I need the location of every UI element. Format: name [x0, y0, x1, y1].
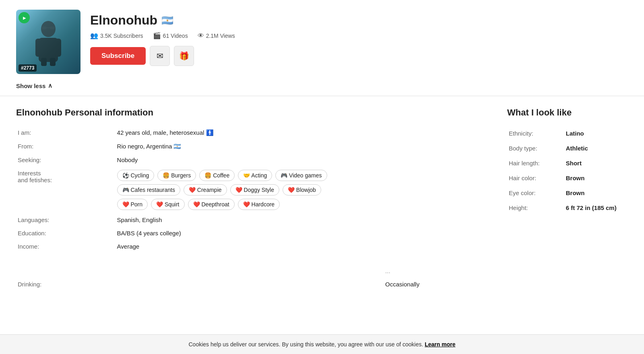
bodytype-value: Athletic [564, 141, 628, 156]
languages-value: Spanish, English [116, 213, 491, 226]
seeking-value: Nobody [116, 153, 491, 167]
subscribers-icon: 👥 [90, 32, 98, 39]
bodytype-label: Body type: [507, 141, 564, 156]
interests-values: ⚽ Cycling 🍔 Burgers 🍔 Coffee 🤝 Acting 🎮 … [116, 167, 491, 213]
personal-section-title: Elnonohub Personal information [16, 107, 491, 118]
svg-rect-6 [42, 27, 47, 29]
subscribers-stat: 👥 3.5K Subscribers [90, 32, 143, 39]
interests-tags: ⚽ Cycling 🍔 Burgers 🍔 Coffee 🤝 Acting 🎮 … [117, 170, 489, 181]
chevron-up-icon: ∧ [48, 82, 52, 89]
main-content: Elnonohub Personal information I am: 42 … [0, 96, 644, 264]
education-label: Education: [16, 226, 116, 240]
table-row: Eye color: Brown [507, 185, 628, 200]
table-row: Education: BA/BS (4 years college) [16, 226, 491, 240]
smoking-value: ... [384, 264, 628, 278]
views-value: 2.1M Views [206, 33, 235, 39]
svg-rect-5 [50, 58, 56, 66]
table-row: Languages: Spanish, English [16, 213, 491, 226]
table-row: Hair length: Short [507, 156, 628, 171]
table-row: Hair color: Brown [507, 171, 628, 185]
income-value: Average [116, 240, 491, 253]
svg-rect-4 [41, 58, 47, 66]
message-button[interactable]: ✉ [150, 46, 170, 66]
personal-info-section: Elnonohub Personal information I am: 42 … [16, 107, 491, 253]
table-row: From: Rio negro, Argentina 🇦🇷 [16, 140, 491, 153]
show-less-label: Show less [16, 82, 45, 89]
table-row: I am: 42 years old, male, heterosexual 🚹 [16, 126, 491, 140]
from-label: From: [16, 140, 116, 153]
profile-info: Elnonohub 🇦🇷 👥 3.5K Subscribers 🎬 61 Vid… [90, 10, 628, 66]
table-row: Income: Average [16, 240, 491, 253]
drinking-label: Drinking: [16, 278, 384, 291]
hairlength-label: Hair length: [507, 156, 564, 171]
height-value: 6 ft 72 in (185 cm) [564, 200, 628, 215]
svg-rect-2 [35, 39, 42, 57]
gift-button[interactable]: 🎁 [174, 46, 194, 66]
svg-rect-3 [55, 39, 61, 57]
bottom-info: ... Drinking: Occasionally [0, 264, 644, 323]
table-row: ... [16, 264, 628, 278]
mail-icon: ✉ [157, 51, 163, 61]
iam-value: 42 years old, male, heterosexual 🚹 [116, 126, 491, 140]
income-label: Income: [16, 240, 116, 253]
iam-label: I am: [16, 126, 116, 140]
avatar-wrap: #2773 [16, 10, 80, 74]
from-value: Rio negro, Argentina 🇦🇷 [116, 140, 491, 153]
tag-deepthroat: ❤️ Deepthroat [188, 199, 235, 210]
gift-icon: 🎁 [179, 51, 189, 61]
hairlength-value: Short [564, 156, 628, 171]
ethnicity-value: Latino [564, 126, 628, 141]
table-row: Height: 6 ft 72 in (185 cm) [507, 200, 628, 215]
table-row: Drinking: Occasionally [16, 278, 628, 291]
tag-cafes: 🎮 Cafes restaurants [117, 184, 180, 196]
smoking-label [16, 264, 384, 278]
education-value: BA/BS (4 years college) [116, 226, 491, 240]
tag-videogames: 🎮 Video games [275, 170, 327, 181]
videos-stat: 🎬 61 Videos [153, 32, 188, 39]
languages-label: Languages: [16, 213, 116, 226]
bottom-info-table: ... Drinking: Occasionally [16, 264, 628, 291]
tag-squirt: ❤️ Squirt [151, 199, 184, 210]
tag-burgers: 🍔 Burgers [157, 170, 196, 181]
haircolor-value: Brown [564, 171, 628, 185]
subscribe-button[interactable]: Subscribe [90, 47, 146, 65]
profile-header: #2773 Elnonohub 🇦🇷 👥 3.5K Subscribers 🎬 … [0, 0, 644, 80]
subscribers-value: 3.5K Subscribers [100, 33, 143, 39]
table-row: Seeking: Nobody [16, 153, 491, 167]
seeking-label: Seeking: [16, 153, 116, 167]
play-icon [19, 12, 30, 23]
views-icon: 👁 [198, 32, 204, 39]
svg-rect-7 [50, 27, 55, 29]
profile-name-row: Elnonohub 🇦🇷 [90, 13, 628, 28]
drinking-value: Occasionally [384, 278, 628, 291]
tag-porn: ❤️ Porn [117, 199, 148, 210]
rank-badge: #2773 [19, 64, 37, 72]
interests-row: Interestsand fetishes: ⚽ Cycling 🍔 Burge… [16, 167, 491, 213]
info-table: I am: 42 years old, male, heterosexual 🚹… [16, 126, 491, 253]
table-row: Body type: Athletic [507, 141, 628, 156]
tag-doggystyle: ❤️ Doggy Style [230, 184, 279, 196]
stats-row: 👥 3.5K Subscribers 🎬 61 Videos 👁 2.1M Vi… [90, 32, 628, 39]
look-table: Ethnicity: Latino Body type: Athletic Ha… [507, 126, 628, 215]
actions-row: Subscribe ✉ 🎁 [90, 46, 628, 66]
show-less-button[interactable]: Show less ∧ [0, 80, 644, 96]
look-section-title: What I look like [507, 107, 628, 118]
tag-blowjob: ❤️ Blowjob [283, 184, 321, 196]
tag-coffee: 🍔 Coffee [199, 170, 235, 181]
haircolor-label: Hair color: [507, 171, 564, 185]
fetishes-tags-2: ❤️ Porn ❤️ Squirt ❤️ Deepthroat ❤️ Hardc… [117, 199, 489, 210]
tag-hardcore: ❤️ Hardcore [238, 199, 280, 210]
eyecolor-value: Brown [564, 185, 628, 200]
tag-acting: 🤝 Acting [238, 170, 272, 181]
videos-icon: 🎬 [153, 32, 161, 39]
ethnicity-label: Ethnicity: [507, 126, 564, 141]
views-stat: 👁 2.1M Views [198, 32, 235, 39]
profile-flag: 🇦🇷 [161, 15, 173, 26]
videos-value: 61 Videos [163, 33, 188, 39]
tag-cycling: ⚽ Cycling [117, 170, 155, 181]
profile-name: Elnonohub [90, 13, 157, 28]
height-label: Height: [507, 200, 564, 215]
table-row: Ethnicity: Latino [507, 126, 628, 141]
tag-creampie: ❤️ Creampie [184, 184, 227, 196]
eyecolor-label: Eye color: [507, 185, 564, 200]
